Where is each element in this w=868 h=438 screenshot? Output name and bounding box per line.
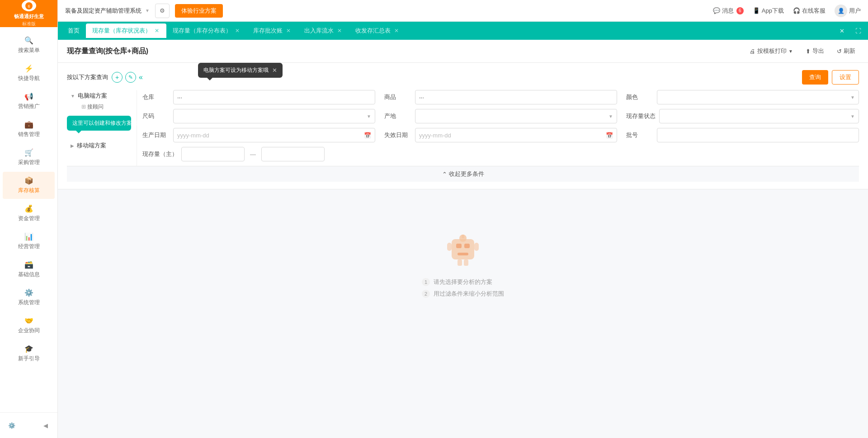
sidebar-item-guide[interactable]: 🎓 新手引导 [3,340,55,367]
expiry-date-input[interactable]: yyyy-mm-dd 📅 [415,128,617,142]
stock-main-input-from[interactable] [181,147,245,161]
print-icon: 🖨 [750,48,755,55]
query-btn[interactable]: 查询 [802,70,828,85]
origin-label: 产地 [384,112,411,120]
tab-inventory-dist[interactable]: 现存量（库存分布表） ✕ [166,24,247,38]
sidebar-item-search-label: 搜索菜单 [18,47,40,54]
top-header: 装备及固定资产辅助管理系统 ▼ ⚙ 体验行业方案 💬 消息 6 📱 App下载 … [58,0,868,22]
tab-bar: 首页 现存量（库存状况表） ✕ 现存量（库存分布表） ✕ 库存批次账 ✕ 出入库… [58,22,868,40]
production-date-input[interactable]: yyyy-mm-dd 📅 [173,128,375,142]
scheme-mobile-arrow: ▶ [71,143,74,148]
tab-inventory-status[interactable]: 现存量（库存状况表） ✕ [86,24,166,38]
scheme-desktop-sub-1[interactable]: ⊞ 接顾问 [78,102,131,112]
sidebar-item-sales[interactable]: 💼 销售管理 [3,116,55,143]
print-template-btn[interactable]: 🖨 按模板打印 ▼ [746,45,797,57]
scheme-desktop[interactable]: ▼ 电脑端方案 [67,90,131,102]
tooltip-close-2[interactable]: ✕ [141,120,146,127]
color-select[interactable]: ▼ [657,90,859,104]
svg-rect-6 [447,243,452,251]
sidebar-item-collab[interactable]: 🤝 企业协同 [3,312,55,339]
headset-icon: 🎧 [793,7,800,14]
empty-state: 1 请先选择要分析的方案 2 用过滤条件来缩小分析范围 [58,189,868,334]
size-field: 尺码 ▼ [142,109,375,123]
sidebar-item-purchase[interactable]: 🛒 采购管理 [3,144,55,171]
tab-expand[interactable]: ⛶ [852,24,864,37]
online-service-btn[interactable]: 🎧 在线客服 [793,7,826,15]
filter-add-btn[interactable]: + [112,72,123,83]
expiry-date-field: 失效日期 yyyy-mm-dd 📅 [384,128,617,142]
svg-rect-8 [458,259,462,266]
tab-summary[interactable]: 收发存汇总表 ✕ [349,24,406,38]
filter-edit-btn[interactable]: ✎ [125,72,136,83]
origin-field: 产地 ▼ [384,109,617,123]
tab-batch[interactable]: 库存批次账 ✕ [247,24,298,38]
filter-actions: + ✎ « [112,72,143,83]
filter-row-1: 仓库 ··· 商品 ··· 颜色 [142,90,859,104]
tab-home[interactable]: 首页 [61,24,86,38]
settings-btn[interactable]: ⚙ [155,4,170,18]
tab-inventory-dist-label: 现存量（库存分布表） [173,27,231,35]
tooltip-close-1[interactable]: ✕ [272,67,277,74]
stock-main-input-to[interactable] [261,147,325,161]
logo-sub: 标准版 [22,21,36,27]
tab-batch-label: 库存批次账 [253,27,283,35]
trial-button[interactable]: 体验行业方案 [175,4,223,18]
sidebar-item-system[interactable]: ⚙️ 系统管理 [3,284,55,311]
sidebar-item-marketing[interactable]: 📢 营销推广 [3,88,55,115]
tooltip-text-1: 电脑方案可设为移动方案哦 [203,66,269,74]
tip-text-2: 用过滤条件来缩小分析范围 [434,290,504,298]
scheme-desktop-sub-label: ⊞ [81,104,86,110]
collapse-bar[interactable]: ⌃ 收起更多条件 [67,166,859,182]
tab-summary-close[interactable]: ✕ [393,28,400,34]
tab-summary-label: 收发存汇总表 [355,27,391,35]
app-download-btn[interactable]: 📱 App下载 [753,7,784,15]
product-select[interactable]: ··· [415,90,617,104]
tab-flow-close[interactable]: ✕ [336,28,343,34]
setting-btn[interactable]: 设置 [832,70,859,85]
stock-status-select[interactable]: ▼ [659,109,859,123]
messages-btn[interactable]: 💬 消息 6 [713,7,744,15]
size-label: 尺码 [142,112,170,120]
production-date-placeholder: yyyy-mm-dd [177,132,209,139]
sidebar-item-inventory-label: 库存核算 [18,187,40,194]
filter-back-btn[interactable]: « [139,73,143,81]
tooltip-create-scheme-wrap: 这里可以创建和修改方案哦 ✕ [67,116,131,131]
sidebar-item-basics[interactable]: 🗃️ 基础信息 [3,256,55,283]
product-dots: ··· [419,94,424,101]
page-title: 现存量查询(按仓库+商品) [67,47,148,56]
sidebar-item-collab-label: 企业协同 [18,327,40,334]
tab-inventory-dist-close[interactable]: ✕ [234,28,241,34]
tooltip-desktop-to-mobile: 电脑方案可设为移动方案哦 ✕ [198,63,283,78]
sidebar-item-finance-label: 资金管理 [18,215,40,222]
refresh-btn[interactable]: ↺ 刷新 [833,45,859,57]
page-title-bar: 现存量查询(按仓库+商品) 🖨 按模板打印 ▼ ⬆ 导出 ↺ 刷新 [58,40,868,63]
product-field: 商品 ··· [384,90,617,104]
origin-arrow: ▼ [609,114,613,119]
svg-rect-7 [474,243,479,251]
filter-label: 按以下方案查询 [67,73,108,81]
sidebar-settings-btn[interactable]: ⚙️ [3,418,21,433]
avatar-circle: 👤 [835,5,847,17]
tab-close-all[interactable]: ✕ [835,24,848,37]
tab-batch-close[interactable]: ✕ [285,28,292,34]
sidebar-collapse-btn[interactable]: ◀ [37,418,55,433]
tab-inventory-status-close[interactable]: ✕ [154,28,160,34]
filter-main: 仓库 ··· 商品 ··· 颜色 [142,90,859,166]
size-select[interactable]: ▼ [173,109,375,123]
export-btn[interactable]: ⬆ 导出 [802,45,828,57]
origin-select[interactable]: ▼ [415,109,617,123]
user-avatar[interactable]: 👤 用户 [835,5,861,17]
sidebar-item-management[interactable]: 📊 经营管理 [3,228,55,255]
management-icon: 📊 [24,232,33,241]
svg-rect-9 [464,259,468,266]
batch-no-input[interactable] [657,128,859,142]
finance-icon: 💰 [24,204,33,213]
warehouse-select[interactable]: ··· [173,90,375,104]
guide-icon: 🎓 [24,344,33,353]
tab-flow[interactable]: 出入库流水 ✕ [298,24,349,38]
sidebar-item-inventory[interactable]: 📦 库存核算 [3,172,55,199]
sidebar-item-search[interactable]: 🔍 搜索菜单 [3,32,55,59]
scheme-mobile[interactable]: ▶ 移动端方案 [67,140,131,151]
sidebar-item-finance[interactable]: 💰 资金管理 [3,200,55,227]
sidebar-item-quicknav[interactable]: ⚡ 快捷导航 [3,60,55,87]
